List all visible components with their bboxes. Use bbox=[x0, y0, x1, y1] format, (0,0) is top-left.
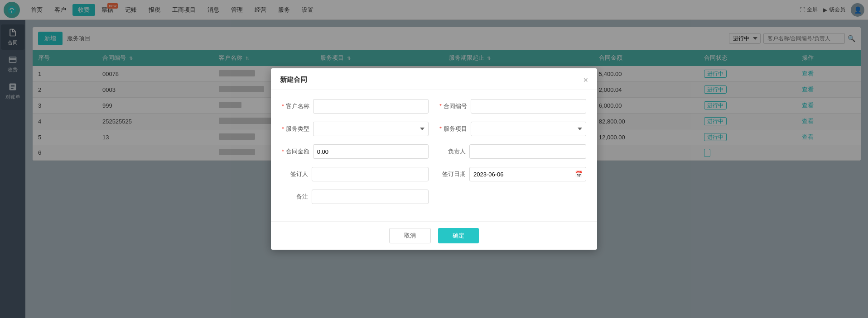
main-layout: 合同 收费 对账单 新增 服务项目 进行中 已完成 bbox=[0, 20, 868, 318]
contract-no-input[interactable] bbox=[471, 99, 586, 114]
signer-input[interactable] bbox=[312, 167, 429, 181]
sign-date-label: 签订日期 bbox=[439, 170, 466, 178]
service-item-label: 服务项目 bbox=[439, 125, 467, 133]
modal-overlay: 新建合同 × 客户名称 合同编号 bbox=[25, 20, 868, 318]
cancel-button[interactable]: 取消 bbox=[389, 228, 431, 243]
service-type-select-wrap bbox=[313, 122, 429, 136]
contract-no-label: 合同编号 bbox=[439, 102, 467, 110]
modal-dialog: 新建合同 × 客户名称 合同编号 bbox=[271, 68, 597, 250]
amount-label: 合同金额 bbox=[282, 147, 309, 156]
customer-name-label: 客户名称 bbox=[282, 102, 309, 110]
form-field-amount: 合同金额 bbox=[282, 144, 429, 159]
form-row-4: 签订人 签订日期 📅 bbox=[282, 167, 586, 181]
service-type-select[interactable] bbox=[313, 122, 429, 136]
modal-close-button[interactable]: × bbox=[583, 76, 588, 84]
form-field-service-item: 服务项目 bbox=[439, 122, 586, 136]
modal-title: 新建合同 bbox=[280, 76, 307, 84]
note-input[interactable] bbox=[312, 190, 429, 204]
date-input-wrap: 📅 bbox=[469, 167, 586, 181]
responsible-input[interactable] bbox=[469, 144, 586, 159]
form-field-contract-no: 合同编号 bbox=[439, 99, 586, 114]
responsible-label: 负责人 bbox=[439, 147, 466, 156]
signer-label: 签订人 bbox=[282, 170, 308, 178]
modal-body: 客户名称 合同编号 服务类型 bbox=[271, 90, 597, 221]
form-row-3: 合同金额 负责人 bbox=[282, 144, 586, 159]
confirm-button[interactable]: 确定 bbox=[438, 228, 479, 243]
form-field-signer: 签订人 bbox=[282, 167, 429, 181]
content-area: 新增 服务项目 进行中 已完成 已终止 🔍 序号 bbox=[25, 20, 868, 318]
customer-name-input[interactable] bbox=[313, 99, 429, 114]
form-field-customer: 客户名称 bbox=[282, 99, 429, 114]
sign-date-input[interactable] bbox=[469, 167, 586, 181]
note-label: 备注 bbox=[282, 193, 308, 201]
amount-input[interactable] bbox=[313, 144, 429, 159]
form-row-5: 备注 bbox=[282, 190, 586, 204]
service-type-label: 服务类型 bbox=[282, 125, 309, 133]
modal-header: 新建合同 × bbox=[271, 68, 597, 90]
service-item-select-wrap bbox=[471, 122, 586, 136]
service-item-select[interactable] bbox=[471, 122, 586, 136]
form-field-responsible: 负责人 bbox=[439, 144, 586, 159]
form-field-service-type: 服务类型 bbox=[282, 122, 429, 136]
form-row-1: 客户名称 合同编号 bbox=[282, 99, 586, 114]
form-field-sign-date: 签订日期 📅 bbox=[439, 167, 586, 181]
form-row-2: 服务类型 服务项目 bbox=[282, 122, 586, 136]
form-field-note: 备注 bbox=[282, 190, 429, 204]
modal-footer: 取消 确定 bbox=[271, 221, 597, 250]
